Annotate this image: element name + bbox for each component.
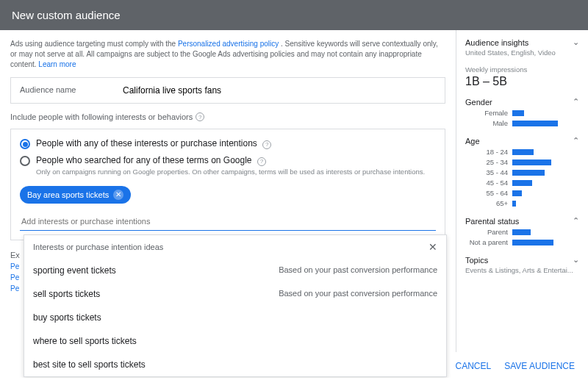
targeting-card: People with any of these interests or pu… <box>10 129 445 240</box>
audience-name-input[interactable] <box>123 85 436 96</box>
age-section: Age ⌃ 18 - 2425 - 3435 - 4445 - 5455 - 6… <box>465 136 579 207</box>
interest-chip[interactable]: Bay area sports tickets ✕ <box>20 186 131 204</box>
radio-search-terms[interactable]: People who searched for any of these ter… <box>20 155 436 176</box>
bar-row: 18 - 24 <box>465 148 579 156</box>
radio-checked-icon <box>20 139 30 149</box>
bar-row: 35 - 44 <box>465 168 579 176</box>
suggestion-item[interactable]: sporting event ticketsBased on your past… <box>24 259 446 282</box>
main-panel: Ads using audience targeting must comply… <box>0 30 456 378</box>
radio-unchecked-icon <box>20 156 30 166</box>
suggestions-dropdown: Interests or purchase intention ideas ✕ … <box>24 234 447 377</box>
help-icon[interactable]: ? <box>262 140 271 149</box>
chip-label: Bay area sports tickets <box>27 190 109 199</box>
save-button[interactable]: SAVE AUDIENCE <box>504 361 575 371</box>
chevron-up-icon[interactable]: ⌃ <box>573 216 579 226</box>
close-icon[interactable]: ✕ <box>113 190 123 200</box>
parental-section: Parental status ⌃ ParentNot a parent <box>465 216 579 246</box>
dialog-header: New custom audience <box>0 0 588 30</box>
suggestion-item[interactable]: best site to sell sports tickets <box>24 353 446 376</box>
footer-actions: CANCEL SAVE AUDIENCE <box>442 352 589 380</box>
audience-name-row: Audience name <box>10 77 445 104</box>
suggestion-item[interactable]: sell sports ticketsBased on your past co… <box>24 282 446 306</box>
audience-name-label: Audience name <box>20 85 123 96</box>
policy-link[interactable]: Personalized advertising policy <box>178 40 279 48</box>
bar-row: 65+ <box>465 199 579 207</box>
bar-row: 25 - 34 <box>465 158 579 166</box>
bar-row: Female <box>465 109 579 117</box>
bar-row: Male <box>465 119 579 127</box>
chevron-down-icon[interactable]: ⌄ <box>573 37 579 47</box>
radio-interests[interactable]: People with any of these interests or pu… <box>20 138 436 149</box>
help-icon[interactable]: ? <box>257 157 266 166</box>
help-icon[interactable]: ? <box>196 112 204 121</box>
chevron-up-icon[interactable]: ⌃ <box>573 97 579 107</box>
insights-sub: United States, English, Video <box>465 49 579 57</box>
insights-title: Audience insights <box>465 38 528 47</box>
interests-input[interactable] <box>20 212 436 231</box>
bar-row: Parent <box>465 228 579 236</box>
bar-row: 55 - 64 <box>465 189 579 197</box>
chevron-down-icon[interactable]: ⌄ <box>573 255 579 265</box>
weekly-value: 1B – 5B <box>465 75 579 88</box>
include-header: Include people with following interests … <box>10 112 445 121</box>
policy-notice: Ads using audience targeting must comply… <box>10 39 445 70</box>
learn-more-link[interactable]: Learn more <box>38 60 76 68</box>
dropdown-header: Interests or purchase intention ideas <box>33 243 163 251</box>
chevron-up-icon[interactable]: ⌃ <box>573 136 579 146</box>
bar-row: Not a parent <box>465 238 579 246</box>
suggestion-item[interactable]: where to sell sports tickets <box>24 329 446 353</box>
dialog-title: New custom audience <box>12 9 121 21</box>
cancel-button[interactable]: CANCEL <box>456 361 492 371</box>
bar-row: 45 - 54 <box>465 179 579 187</box>
close-icon[interactable]: ✕ <box>429 241 437 253</box>
gender-section: Gender ⌃ FemaleMale <box>465 97 579 127</box>
suggestion-item[interactable]: buy sports tickets <box>24 306 446 329</box>
topics-section: Topics ⌄ Events & Listings, Arts & Enter… <box>465 255 579 274</box>
insights-sidebar: Audience insights ⌄ United States, Engli… <box>456 30 588 378</box>
weekly-label: Weekly impressions <box>465 65 579 74</box>
